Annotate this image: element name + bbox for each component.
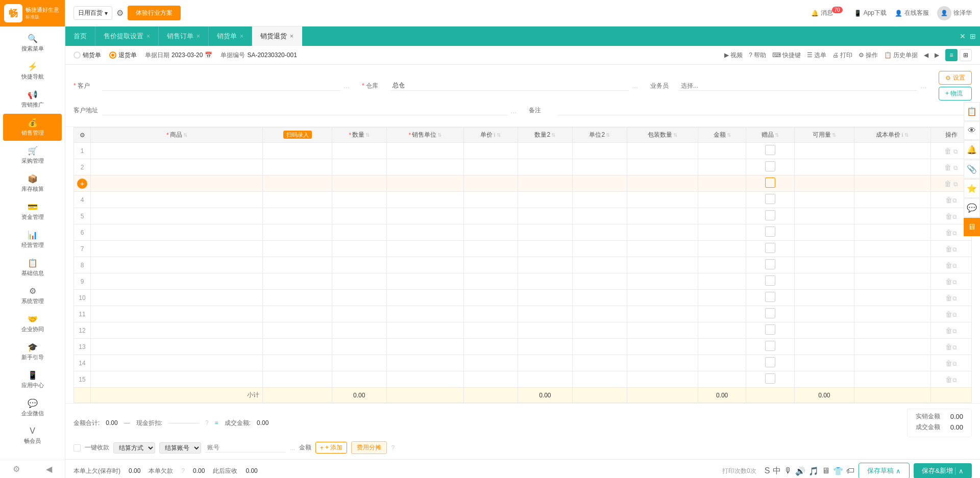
tab-sales-order-close[interactable]: × bbox=[197, 33, 200, 40]
toolbar-ops-btn[interactable]: ⚙ 操作 bbox=[859, 51, 878, 60]
doc-date-value[interactable]: 2023-03-20 bbox=[172, 52, 203, 59]
row2-qty[interactable] bbox=[332, 159, 386, 175]
cost-sort-icon[interactable]: ⇅ bbox=[904, 132, 909, 138]
th-gear[interactable]: ⚙ bbox=[74, 128, 91, 143]
toolbar-video-btn[interactable]: ▶ 视频 bbox=[724, 51, 743, 60]
notification-btn[interactable]: 🔔 消息 70 bbox=[811, 9, 846, 17]
next-icon[interactable]: ▶ bbox=[935, 52, 939, 59]
row10-delete-icon[interactable]: 🗑 bbox=[945, 294, 952, 302]
single-debt-icon[interactable]: ? bbox=[181, 467, 185, 474]
settings-bottom-icon[interactable]: ⚙ bbox=[13, 464, 20, 474]
remark-input[interactable] bbox=[557, 106, 972, 115]
toolbar-history-btn[interactable]: 📋 历史单据 bbox=[884, 51, 918, 60]
doc-number-value[interactable]: SA-20230320-001 bbox=[247, 52, 297, 59]
row9-copy-icon[interactable]: ⧉ bbox=[952, 279, 957, 286]
tab-expand-icon[interactable]: ⊞ bbox=[970, 32, 976, 40]
row6-delete-icon[interactable]: 🗑 bbox=[945, 229, 952, 237]
qty2-sort-icon[interactable]: ⇅ bbox=[551, 132, 555, 138]
scan-btn[interactable]: 扫码录入 bbox=[283, 131, 312, 139]
row3-unit2[interactable] bbox=[572, 175, 627, 192]
row5-copy-icon[interactable]: ⧉ bbox=[952, 213, 957, 220]
row8-copy-icon[interactable]: ⧉ bbox=[952, 262, 957, 269]
save-draft-button[interactable]: 保存草稿 ∧ bbox=[859, 463, 910, 478]
right-float-btn-6[interactable]: 💬 bbox=[964, 198, 980, 217]
row15-copy-icon[interactable]: ⧉ bbox=[952, 376, 957, 384]
row5-delete-icon[interactable]: 🗑 bbox=[945, 212, 952, 220]
row1-copy-icon[interactable]: ⧉ bbox=[953, 148, 958, 155]
row3-amount[interactable] bbox=[698, 175, 746, 192]
unit-price-info-icon[interactable]: ℹ bbox=[494, 132, 496, 138]
qty-sort-icon[interactable]: ⇅ bbox=[365, 132, 370, 138]
row1-unit[interactable] bbox=[386, 143, 463, 159]
row3-product[interactable] bbox=[91, 175, 263, 192]
row13-delete-icon[interactable]: 🗑 bbox=[945, 343, 952, 351]
row3-delete-icon[interactable]: 🗑 bbox=[944, 180, 951, 188]
status-icon-6[interactable]: 🖥 bbox=[822, 466, 830, 475]
tab-home[interactable]: 首页 bbox=[65, 27, 95, 46]
save-new-button[interactable]: 保存&新增 ∧ bbox=[914, 463, 972, 478]
row2-unit[interactable] bbox=[386, 159, 463, 175]
row2-unit2[interactable] bbox=[572, 159, 627, 175]
cash-discount-help-icon[interactable]: ? bbox=[205, 419, 209, 426]
pack-sort-icon[interactable]: ⇅ bbox=[673, 132, 677, 138]
row10-copy-icon[interactable]: ⧉ bbox=[952, 295, 957, 302]
status-icon-8[interactable]: 🏷 bbox=[846, 466, 854, 475]
save-split-icon[interactable]: ∧ bbox=[955, 467, 964, 475]
row6-copy-icon[interactable]: ⧉ bbox=[952, 230, 957, 237]
sidebar-item-enterprise[interactable]: 🤝 企业协同 bbox=[3, 310, 62, 337]
product-sort-icon[interactable]: ⇅ bbox=[183, 132, 187, 138]
view-table-icon[interactable]: ≡ bbox=[945, 49, 958, 61]
expense-help-icon[interactable]: ? bbox=[391, 444, 395, 451]
row7-delete-icon[interactable]: 🗑 bbox=[945, 245, 952, 253]
row3-qty[interactable] bbox=[332, 175, 386, 192]
row1-pack[interactable] bbox=[627, 143, 698, 159]
tab-price-extract-close[interactable]: × bbox=[146, 33, 150, 40]
user-profile-btn[interactable]: 👤 徐泽华 bbox=[937, 6, 972, 20]
view-grid-icon[interactable]: ⊞ bbox=[960, 49, 972, 61]
address-input[interactable] bbox=[102, 106, 507, 115]
settings-btn[interactable]: ⚙ 设置 bbox=[939, 71, 972, 85]
sidebar-item-basics[interactable]: 📋 基础信息 bbox=[3, 254, 62, 281]
row14-delete-icon[interactable]: 🗑 bbox=[945, 359, 952, 367]
right-float-btn-3[interactable]: 🔔 bbox=[964, 140, 980, 159]
department-select[interactable]: 日用百货 ▾ bbox=[74, 6, 112, 20]
app-download-btn[interactable]: 📱 App下载 bbox=[854, 9, 887, 17]
row12-delete-icon[interactable]: 🗑 bbox=[945, 326, 952, 335]
row3-pack[interactable] bbox=[627, 175, 698, 192]
tab-sales-return[interactable]: 销货退货 × bbox=[252, 27, 302, 46]
row2-price[interactable] bbox=[464, 159, 518, 175]
row3-copy-icon[interactable]: ⧉ bbox=[953, 181, 958, 188]
sidebar-item-system[interactable]: ⚙ 系统管理 bbox=[3, 282, 62, 309]
sidebar-item-search[interactable]: 🔍 搜索菜单 bbox=[3, 30, 62, 57]
status-icon-5[interactable]: 🎵 bbox=[808, 466, 819, 476]
prev-icon[interactable]: ◀ bbox=[924, 52, 928, 59]
row4-copy-icon[interactable]: ⧉ bbox=[952, 197, 957, 204]
row1-price[interactable] bbox=[464, 143, 518, 159]
row3-product-input[interactable] bbox=[94, 180, 259, 187]
online-service-btn[interactable]: 👤 在线客服 bbox=[895, 9, 929, 17]
right-float-btn-5[interactable]: ⭐ bbox=[964, 179, 980, 198]
collapse-icon[interactable]: ◀ bbox=[46, 464, 52, 474]
row13-copy-icon[interactable]: ⧉ bbox=[952, 344, 957, 351]
add-expense-btn[interactable]: + + 添加 bbox=[315, 442, 347, 454]
sidebar-item-marketing[interactable]: 📢 营销推广 bbox=[3, 86, 62, 113]
row1-delete-icon[interactable]: 🗑 bbox=[944, 147, 951, 155]
staff-input[interactable] bbox=[679, 81, 917, 91]
row3-unit[interactable] bbox=[386, 175, 463, 192]
toolbar-print-btn[interactable]: 🖨 打印 bbox=[832, 51, 852, 60]
right-float-btn-2[interactable]: 👁 bbox=[964, 121, 980, 140]
radio-return[interactable]: 退货单 bbox=[109, 51, 137, 60]
row3-gift[interactable] bbox=[746, 175, 795, 192]
row2-delete-icon[interactable]: 🗑 bbox=[944, 163, 951, 171]
sidebar-item-finance[interactable]: 💳 资金管理 bbox=[3, 198, 62, 225]
row9-delete-icon[interactable]: 🗑 bbox=[945, 278, 952, 286]
status-icon-3[interactable]: 🎙 bbox=[784, 466, 792, 475]
row1-amount[interactable] bbox=[698, 143, 746, 159]
row1-unit2[interactable] bbox=[572, 143, 627, 159]
sidebar-item-sales[interactable]: 💰 销售管理 bbox=[3, 114, 62, 141]
sidebar-item-inventory[interactable]: 📦 库存核算 bbox=[3, 170, 62, 197]
right-float-btn-7[interactable]: 🖥 bbox=[964, 218, 980, 236]
toolbar-help-btn[interactable]: ? 帮助 bbox=[749, 51, 766, 60]
status-icon-7[interactable]: 👕 bbox=[833, 466, 843, 476]
right-float-btn-4[interactable]: 📎 bbox=[964, 160, 980, 179]
